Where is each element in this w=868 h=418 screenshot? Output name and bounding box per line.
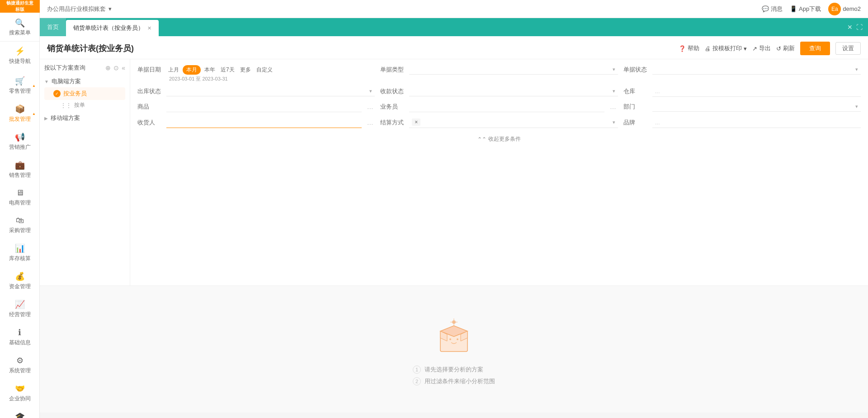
refresh-label: 刷新 bbox=[783, 44, 795, 52]
filter-warehouse-field: 仓库 ... bbox=[623, 86, 861, 97]
sidebar-item-marketing-label: 营销推广 bbox=[9, 143, 31, 151]
tab-expand-icon[interactable]: ⛶ bbox=[856, 24, 863, 31]
empty-step-1: 1 请先选择要分析的方案 bbox=[413, 366, 495, 374]
scheme-collapse-icon[interactable]: « bbox=[122, 64, 125, 71]
scheme-group-mobile-arrow: ▶ bbox=[44, 116, 48, 121]
tab-sales-stat[interactable]: 销货单统计表（按业务员） ✕ bbox=[66, 20, 159, 36]
filter-date-input: 上月 本月 本年 近7天 更多 自定义 bbox=[166, 65, 375, 75]
tab-sales-stat-label: 销货单统计表（按业务员） bbox=[73, 24, 144, 32]
page-title: 销货单统计表(按业务员) bbox=[47, 43, 134, 54]
filter-salesperson-field: 业务员 ... bbox=[380, 101, 618, 112]
sidebar-search-area[interactable]: 🔍 搜索菜单 bbox=[0, 13, 39, 42]
sidebar-item-quick-nav[interactable]: ⚡ 快捷导航 bbox=[0, 42, 39, 70]
app-download-button[interactable]: 📱 App下载 bbox=[790, 5, 821, 13]
scheme-group-mobile-title[interactable]: ▶ 移动端方案 bbox=[44, 112, 125, 124]
message-label: 消息 bbox=[771, 5, 783, 13]
tab-home-label: 首页 bbox=[47, 23, 59, 31]
sidebar-item-retail[interactable]: 🛒 零售管理 bbox=[0, 71, 39, 100]
filter-warehouse-select[interactable]: ... bbox=[652, 86, 861, 97]
filter-warehouse-label: 仓库 bbox=[623, 87, 649, 95]
sidebar-item-wholesale[interactable]: 📦 批发管理 bbox=[0, 100, 39, 128]
tab-home[interactable]: 首页 bbox=[40, 18, 66, 36]
sidebar-item-inventory[interactable]: 📊 库存核算 bbox=[0, 239, 39, 267]
scheme-item-by-order[interactable]: ⋮⋮ 按单 bbox=[44, 100, 125, 110]
filter-consignee-field: 收货人 ... bbox=[137, 117, 375, 128]
settlement-tag[interactable]: × bbox=[412, 119, 420, 126]
tab-close-button[interactable]: ✕ bbox=[147, 25, 151, 31]
user-profile[interactable]: Ea demo2 bbox=[828, 3, 861, 15]
scheme-group-mobile: ▶ 移动端方案 bbox=[44, 112, 125, 124]
scheme-item-active-dot: ✓ bbox=[53, 90, 61, 97]
filter-row-4: 收货人 ... 结算方式 × ▾ bbox=[137, 117, 861, 128]
date-tab-last-month[interactable]: 上月 bbox=[166, 65, 181, 75]
sidebar-item-newbie[interactable]: 🎓 新手引导 bbox=[0, 407, 39, 418]
date-tab-more[interactable]: 更多 bbox=[238, 65, 253, 75]
sidebar-item-operations[interactable]: 📈 经营管理 bbox=[0, 295, 39, 323]
sidebar-item-basic[interactable]: ℹ 基础信息 bbox=[0, 323, 39, 351]
filter-dept-field: 部门 ▾ bbox=[623, 101, 861, 112]
sidebar-item-finance[interactable]: 💰 资金管理 bbox=[0, 267, 39, 295]
download-icon: 📱 bbox=[790, 5, 797, 12]
scheme-settings-icon[interactable]: ⊙ bbox=[113, 64, 119, 71]
scheme-item-by-salesperson[interactable]: ✓ 按业务员 bbox=[44, 87, 125, 100]
filter-panel: 按以下方案查询 ⊕ ⊙ « ▼ 电脑端方案 ✓ bbox=[40, 59, 868, 285]
scheme-item-by-order-label: 按单 bbox=[74, 101, 85, 109]
empty-svg bbox=[431, 313, 476, 358]
filter-brand-dots: ... bbox=[655, 119, 660, 126]
print-icon: 🖨 bbox=[705, 45, 711, 52]
filter-consignee-label: 收货人 bbox=[137, 119, 163, 127]
filter-consignee-dots[interactable]: ... bbox=[365, 119, 375, 127]
filter-consignee-input[interactable] bbox=[166, 117, 362, 128]
date-tab-last-7[interactable]: 近7天 bbox=[219, 65, 236, 75]
export-button[interactable]: ↗ 导出 bbox=[752, 44, 771, 52]
empty-steps: 1 请先选择要分析的方案 2 用过滤条件来缩小分析范围 bbox=[413, 366, 495, 385]
filter-salesperson-dots[interactable]: ... bbox=[608, 103, 618, 111]
breadcrumb: 办公用品行业模拟账套 ▾ bbox=[47, 5, 762, 13]
filter-receipt-status-field: 收款状态 ▾ bbox=[380, 86, 618, 97]
filter-out-status-select[interactable]: ▾ bbox=[166, 86, 375, 96]
filter-dept-select[interactable]: ▾ bbox=[652, 102, 861, 112]
filter-doc-type-select[interactable]: ▾ bbox=[409, 65, 618, 75]
filter-receipt-status-chevron: ▾ bbox=[613, 88, 615, 94]
filter-goods-input[interactable] bbox=[166, 101, 362, 112]
sidebar-item-sales[interactable]: 💼 销售管理 bbox=[0, 156, 39, 184]
sidebar-item-company[interactable]: 🤝 企业协同 bbox=[0, 379, 39, 407]
date-tab-this-month[interactable]: 本月 bbox=[183, 65, 201, 75]
print-button[interactable]: 🖨 按模板打印 ▾ bbox=[705, 44, 747, 52]
sidebar-item-purchase-label: 采购管理 bbox=[9, 227, 31, 234]
filter-salesperson-input[interactable] bbox=[409, 101, 604, 112]
filter-goods-dots[interactable]: ... bbox=[365, 103, 375, 111]
filter-settlement-chevron: ▾ bbox=[613, 119, 615, 125]
date-tab-custom[interactable]: 自定义 bbox=[255, 65, 274, 75]
filter-receipt-status-select[interactable]: ▾ bbox=[409, 86, 618, 96]
sidebar-item-system[interactable]: ⚙ 系统管理 bbox=[0, 351, 39, 379]
filter-settlement-label: 结算方式 bbox=[380, 119, 406, 127]
date-tab-this-year[interactable]: 本年 bbox=[203, 65, 217, 75]
breadcrumb-text: 办公用品行业模拟账套 bbox=[47, 5, 106, 13]
query-button[interactable]: 查询 bbox=[800, 42, 830, 55]
settings-button[interactable]: 设置 bbox=[835, 42, 861, 55]
help-button[interactable]: ❓ 帮助 bbox=[679, 44, 699, 52]
tab-close-all-icon[interactable]: ✕ bbox=[847, 24, 853, 31]
filter-doc-type-label: 单据类型 bbox=[380, 66, 406, 74]
collapse-button[interactable]: ⌃⌃ 收起更多条件 bbox=[477, 135, 521, 143]
scheme-add-icon[interactable]: ⊕ bbox=[105, 64, 111, 71]
filter-settlement-select[interactable]: × ▾ bbox=[409, 117, 618, 128]
filter-brand-select[interactable]: ... bbox=[652, 117, 861, 128]
sidebar-item-finance-label: 资金管理 bbox=[9, 283, 31, 290]
scheme-group-mobile-label: 移动端方案 bbox=[51, 114, 80, 122]
print-arrow-icon: ▾ bbox=[744, 45, 747, 52]
filter-dept-label: 部门 bbox=[623, 103, 649, 111]
page-wrapper: 销货单统计表(按业务员) ❓ 帮助 🖨 按模板打印 ▾ ↗ 导出 bbox=[40, 36, 868, 413]
filter-doc-status-select[interactable]: ▾ bbox=[652, 65, 861, 75]
svg-point-8 bbox=[457, 338, 458, 340]
refresh-button[interactable]: ↺ 刷新 bbox=[776, 44, 795, 52]
sidebar-item-purchase[interactable]: 🛍 采购管理 bbox=[0, 211, 39, 239]
sidebar-item-ecommerce[interactable]: 🖥 电商管理 bbox=[0, 184, 39, 211]
message-button[interactable]: 💬 消息 bbox=[762, 5, 783, 13]
scheme-group-pc-title[interactable]: ▼ 电脑端方案 bbox=[44, 76, 125, 87]
sidebar-item-marketing[interactable]: 📢 营销推广 bbox=[0, 128, 39, 156]
filter-goods-label: 商品 bbox=[137, 103, 163, 111]
filter-brand-label: 品牌 bbox=[623, 119, 649, 127]
sidebar: 畅捷通好生意 标版 🔍 搜索菜单 ⚡ 快捷导航 🛒 零售管理 📦 批发管理 📢 … bbox=[0, 0, 40, 418]
